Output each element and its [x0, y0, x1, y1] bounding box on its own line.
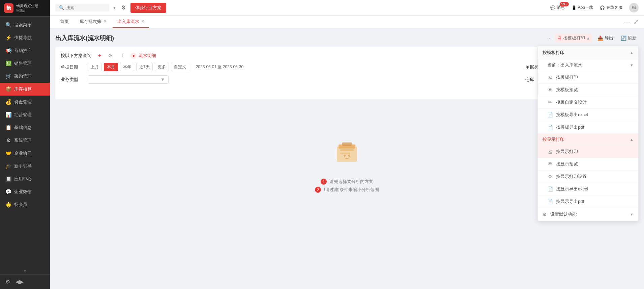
export-button[interactable]: 📤 导出	[595, 34, 615, 43]
print-button[interactable]: 🖨 按模板打印 ▲	[555, 34, 592, 43]
tab-home[interactable]: 首页	[55, 16, 74, 28]
sidebar-label-app-center: 应用中心	[14, 176, 32, 182]
search-chevron-icon[interactable]: ▼	[113, 6, 116, 10]
empty-illustration	[332, 136, 362, 167]
dropdown-current-item[interactable]: 当前：出入库流水 ▼	[538, 59, 638, 71]
dropdown-header[interactable]: 按模板打印 ▲	[538, 46, 638, 59]
dropdown-header-arrow: ▲	[630, 51, 634, 55]
date-btn-上月[interactable]: 上月	[88, 63, 102, 71]
message-btn[interactable]: 💬 消息 99+	[550, 5, 565, 10]
sidebar-item-wechat[interactable]: 💬企业微信	[0, 185, 50, 198]
date-btn-自定义[interactable]: 自定义	[171, 63, 189, 71]
date-btn-本月[interactable]: 本月	[104, 63, 118, 71]
display-section-header[interactable]: 按显示打印 ▲	[538, 134, 638, 146]
sidebar-item-sales[interactable]: 💹销售管理	[0, 57, 50, 70]
sidebar-bottom: ⚙ ◀▶	[0, 274, 50, 289]
display-section-arrow: ▲	[630, 137, 634, 141]
display-settings[interactable]: ⚙按显示打印设置	[538, 170, 638, 183]
trial-button[interactable]: 体验行业方案	[130, 3, 166, 13]
search-input[interactable]	[66, 5, 100, 10]
template-pdf-icon: 📄	[547, 125, 553, 130]
date-btn-近7天[interactable]: 近7天	[136, 63, 153, 71]
sidebar-item-quick-nav[interactable]: ⚡快捷导航	[0, 31, 50, 44]
template-excel[interactable]: 📄按模板导出excel	[538, 109, 638, 121]
display-preview[interactable]: 👁按显示预览	[538, 158, 638, 170]
sidebar-item-system[interactable]: ⚙系统管理	[0, 134, 50, 147]
biz-type-select[interactable]: ▼	[88, 75, 169, 84]
sidebar-item-guide[interactable]: 🎓新手引导	[0, 160, 50, 173]
tab-flow[interactable]: 出入库流水✕	[113, 16, 149, 28]
minimize-btn[interactable]: —	[624, 18, 630, 26]
display-print[interactable]: 🖨按显示打印	[538, 146, 638, 158]
display-print-label: 按显示打印	[556, 149, 578, 155]
support-btn[interactable]: 🎧 在线客服	[600, 5, 622, 10]
header: 🔍 ▼ ⚙ 体验行业方案 💬 消息 99+ 📱 App下载 🎧 在线客服 Rit	[50, 0, 644, 16]
footer-icon: ⚙	[543, 212, 547, 217]
support-label: 在线客服	[606, 5, 622, 10]
header-search-box[interactable]: 🔍	[55, 4, 109, 11]
print-icon: 🖨	[557, 35, 562, 41]
filter-collapse-btn[interactable]: 《	[119, 53, 124, 59]
sidebar-item-operations[interactable]: 📊经营管理	[0, 108, 50, 121]
sidebar-label-member: 畅会员	[14, 202, 27, 208]
step-2-num: 2	[315, 187, 321, 193]
logo-icon: 畅	[4, 3, 13, 13]
avatar[interactable]: Rit	[629, 3, 639, 12]
sidebar-item-purchase[interactable]: 🛒采购管理	[0, 70, 50, 83]
page-actions: ··· 🖨 按模板打印 ▲ 📤 导出 🔄 刷新	[547, 34, 639, 43]
expand-btn[interactable]: ⤢	[634, 18, 639, 26]
message-badge: 99+	[560, 2, 569, 6]
template-preview[interactable]: 👁按模板预览	[538, 84, 638, 96]
display-excel[interactable]: 📄按显示导出excel	[538, 183, 638, 195]
sidebar-item-app-center[interactable]: 🔲应用中心	[0, 173, 50, 185]
date-btn-本年[interactable]: 本年	[120, 63, 134, 71]
close-tab-batch[interactable]: ✕	[104, 19, 107, 24]
header-right: 💬 消息 99+ 📱 App下载 🎧 在线客服 Rit	[550, 3, 639, 12]
dropdown-footer[interactable]: ⚙ 设置默认功能 ▼	[538, 208, 638, 221]
marketing-icon: 📢	[5, 48, 11, 54]
step-1-num: 1	[321, 179, 327, 185]
refresh-button[interactable]: 🔄 刷新	[619, 34, 639, 43]
app-download-label: App下载	[578, 5, 593, 10]
filter-tag-label: 流水明细	[139, 53, 156, 59]
sidebar: 畅 畅捷通好生意 标准版 🔍搜索菜单⚡快捷导航📢营销推广💹销售管理🛒采购管理📦库…	[0, 0, 50, 289]
page-title: 出入库流水(流水明细)	[55, 34, 114, 42]
print-label: 按模板打印	[563, 35, 585, 41]
filter-tag-icon: ●	[133, 53, 135, 58]
display-settings-icon: ⚙	[547, 174, 553, 179]
display-print-icon: 🖨	[547, 149, 553, 154]
member-icon: 🌟	[5, 202, 11, 208]
tab-batch[interactable]: 库存批次账✕	[75, 16, 111, 28]
template-design[interactable]: ✏模板自定义设计	[538, 96, 638, 109]
header-gear-icon[interactable]: ⚙	[121, 4, 126, 11]
main-area: 🔍 ▼ ⚙ 体验行业方案 💬 消息 99+ 📱 App下载 🎧 在线客服 Rit…	[50, 0, 644, 289]
filter-tag-active[interactable]: ●	[130, 53, 137, 59]
more-options-icon[interactable]: ···	[547, 35, 552, 41]
scroll-down-indicator: ▼	[0, 268, 50, 274]
sidebar-item-enterprise[interactable]: 🤝企业协同	[0, 147, 50, 160]
template-pdf[interactable]: 📄按模板导出pdf	[538, 121, 638, 134]
sidebar-item-search[interactable]: 🔍搜索菜单	[0, 19, 50, 31]
sidebar-item-finance[interactable]: 💰资金管理	[0, 96, 50, 108]
template-print[interactable]: 🖨按模板打印	[538, 71, 638, 84]
sidebar-item-inventory[interactable]: 📦库存核算	[0, 83, 50, 96]
close-tab-flow[interactable]: ✕	[141, 19, 144, 24]
purchase-icon: 🛒	[5, 73, 11, 79]
template-items-list: 🖨按模板打印👁按模板预览✏模板自定义设计📄按模板导出excel📄按模板导出pdf	[538, 71, 638, 134]
sidebar-item-marketing[interactable]: 📢营销推广	[0, 44, 50, 57]
template-preview-label: 按模板预览	[556, 87, 578, 93]
display-pdf[interactable]: 📄按显示导出pdf	[538, 195, 638, 208]
collapse-icon[interactable]: ◀▶	[16, 279, 24, 285]
logo-name: 畅捷通好生意	[16, 3, 38, 8]
sidebar-label-finance: 资金管理	[14, 99, 32, 105]
sidebar-item-member[interactable]: 🌟畅会员	[0, 198, 50, 211]
date-btn-更多[interactable]: 更多	[155, 63, 169, 71]
display-preview-label: 按显示预览	[556, 161, 578, 167]
filter-add-btn[interactable]: +	[98, 53, 101, 59]
filter-setting-btn[interactable]: ⚙	[108, 53, 112, 59]
app-download-btn[interactable]: 📱 App下载	[572, 5, 593, 10]
date-filter: 上月本月本年近7天更多自定义	[88, 63, 189, 71]
sidebar-item-basic[interactable]: 📋基础信息	[0, 121, 50, 134]
settings-icon[interactable]: ⚙	[5, 279, 10, 285]
template-excel-label: 按模板导出excel	[556, 112, 588, 118]
